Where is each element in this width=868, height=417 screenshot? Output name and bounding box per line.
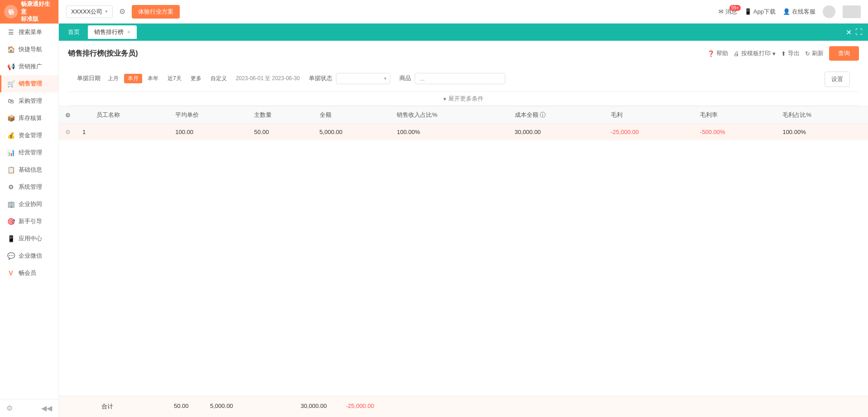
goods-filter-group: 商品: [399, 73, 505, 84]
sidebar: 畅 畅康通好生意 标准版 ☰ 搜索菜单 🏠 快捷导航 📢 营销推广 🛒 销售管理…: [0, 0, 59, 417]
service-label: 在线客服: [792, 8, 815, 16]
date-tab-this-month[interactable]: 本月: [124, 74, 142, 83]
print-dropdown-icon: ▾: [772, 50, 776, 57]
row-sales-pct: 100.00%: [391, 124, 509, 140]
footer-main-qty: 50.00: [168, 401, 205, 412]
col-settings-icon[interactable]: ⚙: [65, 112, 71, 119]
sidebar-item-basic-info[interactable]: 📋 基础信息: [0, 161, 58, 178]
sidebar-item-system[interactable]: ⚙ 系统管理: [0, 178, 58, 196]
expand-bar: ▾ 展开更多条件: [68, 92, 859, 106]
col-rank: [77, 106, 91, 124]
home-icon: 🏠: [7, 46, 15, 53]
date-tab-custom[interactable]: 自定义: [207, 74, 230, 83]
sidebar-item-finance[interactable]: 💰 资金管理: [0, 127, 58, 144]
close-window-icon[interactable]: ✕: [846, 28, 852, 37]
sidebar-item-label: 搜索菜单: [19, 28, 42, 36]
sidebar-item-label: 销售管理: [19, 80, 42, 88]
sidebar-item-label: 资金管理: [19, 131, 42, 139]
goods-input[interactable]: [415, 73, 505, 84]
user-name-area: [843, 5, 861, 18]
sidebar-item-label: 快捷导航: [19, 45, 42, 53]
sidebar-item-guide[interactable]: 🎯 新手引导: [0, 213, 58, 230]
col-main-qty: 主数量: [249, 106, 314, 124]
sidebar-item-label: 新手引导: [19, 217, 42, 225]
purchase-icon: 🛍: [7, 97, 15, 105]
content-area: 销售排行榜(按业务员) ❓ 帮助 🖨 按模板打印 ▾ ⬆ 导出: [59, 41, 868, 417]
sidebar-item-inventory[interactable]: 📦 库存核算: [0, 110, 58, 127]
tab-close-icon[interactable]: ×: [127, 29, 130, 35]
goods-filter-label: 商品: [399, 74, 411, 82]
row-gross-rate: -500.00%: [695, 124, 777, 140]
avatar[interactable]: [823, 5, 835, 18]
expand-more-button[interactable]: ▾ 展开更多条件: [443, 95, 484, 103]
expand-label: 展开更多条件: [448, 95, 484, 103]
date-tab-this-year[interactable]: 本年: [144, 74, 162, 83]
service-icon: 👤: [783, 8, 790, 15]
sidebar-item-label: 库存核算: [19, 114, 42, 122]
sidebar-item-operations[interactable]: 📊 经营管理: [0, 144, 58, 161]
topbar: XXXXX公司 ▾ ⚙ 体验行业方案 ✉ 消息 99+ 📱 App下载 👤 在线…: [59, 0, 868, 24]
refresh-button[interactable]: ↻ 刷新: [805, 49, 824, 58]
sidebar-item-label: 营销推广: [19, 62, 42, 71]
notification-icon: ✉: [719, 8, 724, 15]
maximize-icon[interactable]: ⛶: [855, 28, 863, 36]
sidebar-item-sales[interactable]: 🛒 销售管理: [0, 75, 58, 92]
sidebar-item-marketing[interactable]: 📢 营销推广: [0, 58, 58, 75]
sidebar-item-search-order[interactable]: ☰ 搜索菜单: [0, 24, 58, 41]
sidebar-item-app-center[interactable]: 📱 应用中心: [0, 230, 58, 247]
main-area: XXXXX公司 ▾ ⚙ 体验行业方案 ✉ 消息 99+ 📱 App下载 👤 在线…: [59, 0, 868, 417]
settings-button[interactable]: 设置: [825, 72, 850, 87]
tab-sales-ranking[interactable]: 销售排行榜 ×: [88, 25, 137, 39]
company-name: XXXXX公司: [71, 8, 102, 16]
logo-line1: 畅康通好生意: [21, 0, 55, 16]
marketing-icon: 📢: [7, 63, 15, 70]
sidebar-item-label: 系统管理: [19, 183, 42, 191]
tab-home[interactable]: 首页: [61, 24, 87, 41]
company-selector[interactable]: XXXXX公司 ▾: [66, 5, 113, 18]
sidebar-item-wechat[interactable]: 💬 企业微信: [0, 247, 58, 264]
row-gross-pct: 100.00%: [777, 124, 868, 140]
help-icon: ❓: [707, 50, 715, 57]
footer-settings-col: [64, 401, 82, 412]
sidebar-item-quick-nav[interactable]: 🏠 快捷导航: [0, 41, 58, 58]
sidebar-item-purchase[interactable]: 🛍 采购管理: [0, 92, 58, 110]
company-dropdown-icon: ▾: [105, 9, 108, 14]
online-service-button[interactable]: 👤 在线客服: [783, 8, 815, 16]
print-button[interactable]: 🖨 按模板打印 ▾: [734, 49, 776, 58]
date-tab-7days[interactable]: 近7天: [164, 74, 185, 83]
app-download-button[interactable]: 📱 App下载: [744, 8, 776, 16]
table-row: ⚙ 1 100.00 50.00 5,000.00 100.00% 30,000…: [59, 124, 868, 140]
date-tab-more[interactable]: 更多: [187, 74, 205, 83]
col-settings: ⚙: [59, 106, 77, 124]
help-button[interactable]: ❓ 帮助: [707, 49, 728, 58]
row-employee: [91, 124, 170, 140]
col-gross-rate: 毛利率: [695, 106, 777, 124]
col-cost: 成本全额 ⓘ: [509, 106, 605, 124]
topbar-settings-icon[interactable]: ⚙: [119, 7, 125, 16]
date-tab-last-month[interactable]: 上月: [104, 74, 122, 83]
collapse-sidebar-icon[interactable]: ◀◀: [41, 404, 52, 412]
query-button[interactable]: 查询: [829, 46, 859, 61]
footer-label: 合计: [96, 401, 132, 412]
export-label: 导出: [788, 49, 800, 58]
sidebar-item-enterprise[interactable]: 🏢 企业协同: [0, 196, 58, 213]
status-select[interactable]: [336, 73, 390, 84]
row-settings[interactable]: ⚙: [59, 124, 77, 140]
col-avg-price: 平均单价: [170, 106, 249, 124]
trial-button[interactable]: 体验行业方案: [132, 5, 180, 19]
row-amount: 5,000.00: [314, 124, 392, 140]
sidebar-bottom: ⚙ ◀◀: [0, 399, 58, 417]
footer-avg-price: [132, 401, 168, 412]
sidebar-item-label: 采购管理: [19, 97, 42, 105]
finance-icon: 💰: [7, 132, 15, 139]
export-button[interactable]: ⬆ 导出: [781, 49, 800, 58]
tabbar-right: ✕ ⛶: [846, 28, 866, 37]
app-center-icon: 📱: [7, 235, 15, 242]
table-footer: 合计 50.00 5,000.00 30,000.00 -25,000.00: [59, 396, 868, 417]
sidebar-item-member[interactable]: V 畅会员: [0, 264, 58, 282]
notification-button[interactable]: ✉ 消息 99+: [719, 8, 737, 16]
col-gross: 毛利: [605, 106, 695, 124]
topbar-right: ✉ 消息 99+ 📱 App下载 👤 在线客服: [719, 5, 861, 18]
settings-bottom-icon[interactable]: ⚙: [6, 404, 13, 412]
guide-icon: 🎯: [7, 218, 15, 225]
